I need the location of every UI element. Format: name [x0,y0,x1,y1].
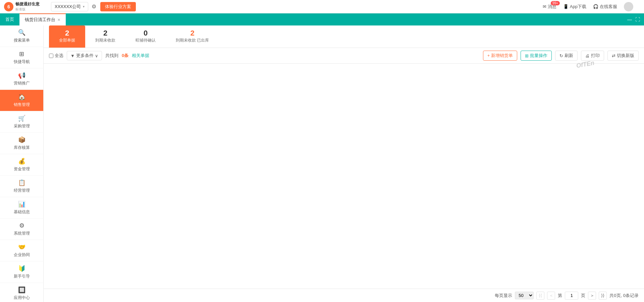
sidebar-item-label: 销售管理 [14,102,30,108]
toolbar-right: + 新增销货单 ⊞ 批量操作 ↻ 刷新 🖨 打印 ⇄ 切换新版 [483,51,639,61]
total-label: 共0页, 0条记录 [609,293,639,299]
sidebar-item-purchase[interactable]: 🛒 采购管理 [0,111,43,133]
batch-operation-button[interactable]: ⊞ 批量操作 [521,51,552,61]
filter-icon: ▼ [70,53,75,58]
home-icon: 🏠 [18,93,25,101]
nav-minimize-icon[interactable]: — [627,17,632,22]
switch-version-button[interactable]: ⇄ 切换新版 [607,51,639,61]
stat-num-shipped: 2 [191,29,195,38]
close-icon[interactable]: ✕ [57,18,60,22]
select-all-checkbox[interactable]: 全选 [49,53,63,59]
next-page-button[interactable]: ＞ [588,292,596,300]
logo-icon: 6 [4,2,13,11]
sidebar-item-marketing[interactable]: 📢 营销推广 [0,68,43,90]
sidebar-item-basic[interactable]: 📊 基础信息 [0,197,43,219]
sidebar-item-label: 库存核算 [14,145,30,150]
settings-icon[interactable]: ⚙ [92,3,96,10]
batch-label: 批量操作 [530,53,547,59]
logo-area: 6 畅捷通好生意 标准版 [4,1,48,12]
megaphone-icon: 📢 [18,72,25,79]
page-label2: 页 [581,293,585,299]
sidebar-item-guide[interactable]: 🔰 新手引导 [0,261,43,283]
cart-icon: 🛒 [18,115,25,122]
first-page-button[interactable]: ⟨⟨ [536,292,544,300]
sidebar-item-sales[interactable]: 🏠 销售管理 [0,90,43,111]
guide-icon: 🔰 [18,265,25,272]
stat-label-shipped: 到期未收款 已出库 [176,38,209,43]
sidebar-item-label: 资金管理 [14,166,30,172]
sidebar-item-search[interactable]: 🔍 搜索菜单 [0,25,43,47]
sidebar-item-label: 采购管理 [14,123,30,129]
filter-label: 更多条件 [76,53,94,59]
avatar[interactable] [624,2,633,11]
page-input[interactable] [565,292,578,300]
refresh-button[interactable]: ↻ 刷新 [555,51,578,61]
stat-tab-shipped[interactable]: 2 到期未收款 已出库 [166,25,219,48]
money-icon: 💰 [18,158,25,165]
stat-tab-wangfu[interactable]: 0 旺辅待确认 [125,25,166,48]
page-size-select[interactable]: 50 100 200 [515,292,534,299]
page-label: 第 [558,293,562,299]
message-icon: ✉ [543,4,546,9]
sidebar-item-label: 应用中心 [14,295,30,301]
sidebar: 🔍 搜索菜单 ⊞ 快捷导航 📢 营销推广 🏠 销售管理 🛒 采购管理 📦 库存核… [0,25,44,302]
stat-tab-all[interactable]: 2 全部单据 [49,25,85,48]
sidebar-item-label: 快捷导航 [14,59,30,65]
app-download-item[interactable]: 📱 App下载 [563,4,586,10]
toolbar: 全选 ▼ 更多条件 ∨ 共找到 0条 相关单据 + 新增销货单 ⊞ 批量操作 ↻ [44,48,644,64]
found-prefix: 共找到 [105,53,118,59]
stat-num-all: 2 [65,29,69,38]
online-service-label: 在线客服 [600,4,617,10]
company-name: XXXXXX公司 [55,4,81,10]
pagination: 每页显示 50 100 200 ⟨⟨ ＜ 第 页 ＞ ⟩⟩ 共0页, 0条记录 [44,289,644,302]
search-icon: 🔍 [18,29,25,36]
sidebar-item-label: 新手引导 [14,274,30,279]
sidebar-item-label: 系统管理 [14,231,30,236]
app-download-icon: 📱 [563,4,569,9]
nav-maximize-icon[interactable]: ⛶ [635,17,640,22]
stat-num-wangfu: 0 [144,29,148,38]
sidebar-item-coop[interactable]: 🤝 企业协同 [0,240,43,261]
online-service-item[interactable]: 🎧 在线客服 [593,4,617,10]
nav-right: — ⛶ [627,13,644,25]
company-selector[interactable]: XXXXXX公司 ▾ [51,2,88,11]
sidebar-item-finance[interactable]: 💰 资金管理 [0,154,43,176]
sidebar-item-label: 搜索菜单 [14,38,30,43]
batch-icon: ⊞ [525,53,529,58]
last-page-button[interactable]: ⟩⟩ [599,292,607,300]
messages-item[interactable]: ✉ 消息 99+ [543,4,556,10]
handshake-icon: 🤝 [18,243,25,251]
sidebar-item-management[interactable]: 📋 经营管理 [0,176,43,197]
clipboard-icon: 📋 [18,179,25,186]
sidebar-item-label: 基础信息 [14,209,30,215]
stat-tab-overdue[interactable]: 2 到期未收款 [85,25,125,48]
print-button[interactable]: 🖨 打印 [581,51,604,61]
sidebar-item-quicknav[interactable]: ⊞ 快捷导航 [0,47,43,68]
sidebar-item-label: 企业协同 [14,252,30,258]
logo-text: 畅捷通好生意 标准版 [15,1,40,12]
sidebar-item-apps[interactable]: 🔲 应用中心 [0,283,43,302]
tab-home[interactable]: 首页 [0,13,19,25]
found-suffix: 相关单据 [132,53,149,59]
box-icon: 📦 [18,136,25,143]
tab-workbench[interactable]: 钱货日清工作台 ✕ [19,13,66,25]
grid-icon: ⊞ [19,50,24,58]
chart-icon: 📊 [18,200,25,208]
page-size-label: 每页显示 [495,293,512,299]
found-count: 0条 [122,53,128,59]
sidebar-item-system[interactable]: ⚙ 系统管理 [0,219,43,240]
stat-label-overdue: 到期未收款 [95,38,115,43]
apps-icon: 🔲 [18,286,25,294]
filter-button[interactable]: ▼ 更多条件 ∨ [67,51,102,60]
sidebar-item-inventory[interactable]: 📦 库存核算 [0,133,43,154]
switch-label: 切换新版 [617,53,634,59]
select-all-input[interactable] [49,54,53,58]
stat-label-all: 全部单据 [59,38,75,43]
sidebar-item-label: 营销推广 [14,80,30,86]
refresh-label: 刷新 [565,53,573,59]
add-sales-order-button[interactable]: + 新增销货单 [483,51,517,61]
experience-button[interactable]: 体验行业方案 [100,2,136,11]
switch-icon: ⇄ [612,53,615,58]
prev-page-button[interactable]: ＜ [547,292,555,300]
sidebar-item-label: 经营管理 [14,188,30,193]
